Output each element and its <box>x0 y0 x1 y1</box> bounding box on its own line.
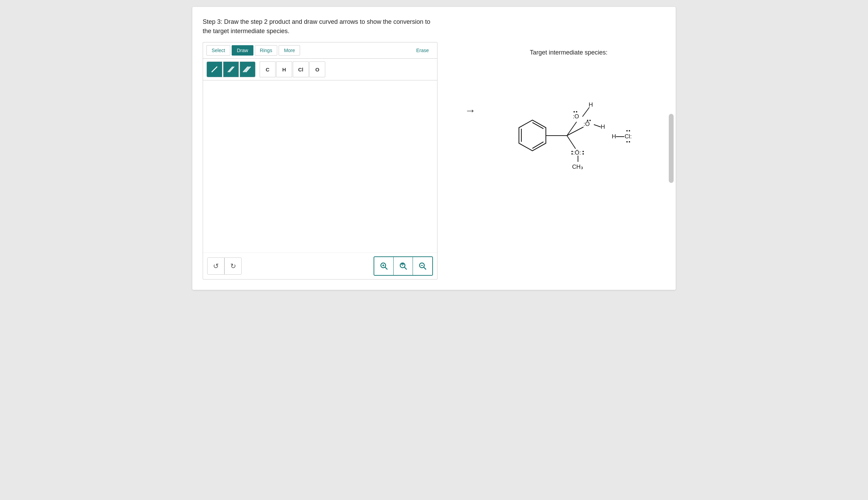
drawing-canvas[interactable] <box>203 80 437 253</box>
bond-atom-toolbar: C H Cl O <box>203 59 437 80</box>
svg-point-36 <box>571 153 573 155</box>
double-bond-button[interactable] <box>223 61 239 77</box>
zoom-in-button[interactable] <box>374 257 394 275</box>
svg-point-23 <box>573 111 575 112</box>
undo-icon: ↺ <box>213 262 219 270</box>
svg-text:H: H <box>612 133 616 140</box>
step-title: Step 3: Draw the step 2 product and draw… <box>203 17 437 36</box>
svg-point-44 <box>626 130 628 131</box>
hydrogen-atom-button[interactable]: H <box>276 61 292 77</box>
oxygen-atom-button[interactable]: O <box>309 61 325 77</box>
svg-point-47 <box>629 141 630 143</box>
svg-line-33 <box>567 136 576 149</box>
chlorine-atom-button[interactable]: Cl <box>293 61 309 77</box>
svg-text:H: H <box>601 124 605 130</box>
draw-tool-button[interactable]: Draw <box>232 45 253 56</box>
svg-point-29 <box>587 120 588 121</box>
scrollbar[interactable] <box>669 114 674 183</box>
svg-marker-16 <box>519 120 546 151</box>
svg-text::O: :O <box>573 113 579 120</box>
svg-line-31 <box>594 125 601 127</box>
right-panel: → Target intermediate species: :O H :Ö H <box>437 42 665 280</box>
svg-point-37 <box>582 151 584 152</box>
undo-redo-group: ↺ ↻ <box>207 257 242 275</box>
svg-point-35 <box>571 151 573 152</box>
svg-text::Ö: :Ö <box>584 121 590 127</box>
target-molecule-svg: :O H :Ö H :Ö: CH₃ H Cl: <box>491 63 646 180</box>
triple-bond-icon <box>242 65 253 73</box>
svg-line-7 <box>385 267 387 270</box>
redo-button[interactable]: ↻ <box>224 257 242 275</box>
svg-point-30 <box>589 120 591 121</box>
content-area: Select Draw Rings More Erase <box>203 42 665 280</box>
erase-tool-button[interactable]: Erase <box>411 46 434 55</box>
svg-point-24 <box>576 111 577 112</box>
svg-point-38 <box>582 153 584 155</box>
zoom-fit-button[interactable] <box>394 257 413 275</box>
zoom-in-icon <box>379 261 389 271</box>
svg-text:H: H <box>589 101 593 108</box>
svg-point-45 <box>629 130 630 131</box>
svg-text:Cl:: Cl: <box>625 133 632 140</box>
rings-tool-button[interactable]: Rings <box>255 45 278 56</box>
main-card: Step 3: Draw the step 2 product and draw… <box>192 7 676 290</box>
carbon-atom-button[interactable]: C <box>260 61 276 77</box>
svg-point-46 <box>626 141 628 143</box>
select-tool-button[interactable]: Select <box>206 45 230 56</box>
reaction-arrow: → <box>456 49 484 117</box>
svg-line-21 <box>567 122 577 136</box>
svg-line-11 <box>404 267 407 270</box>
svg-line-14 <box>424 267 426 270</box>
svg-text::Ö:: :Ö: <box>573 149 581 156</box>
left-panel: Select Draw Rings More Erase <box>203 42 437 280</box>
single-bond-button[interactable] <box>206 61 222 77</box>
zoom-controls-group <box>374 256 433 276</box>
zoom-out-button[interactable] <box>413 257 432 275</box>
bottom-controls: ↺ ↻ <box>203 253 437 279</box>
single-bond-icon <box>210 65 219 73</box>
zoom-out-icon <box>418 261 427 271</box>
svg-line-27 <box>567 127 584 136</box>
redo-icon: ↻ <box>230 262 236 270</box>
svg-text:CH₃: CH₃ <box>572 164 583 170</box>
svg-line-25 <box>582 107 589 117</box>
zoom-fit-icon <box>398 261 408 271</box>
main-toolbar: Select Draw Rings More Erase <box>203 42 437 59</box>
target-label: Target intermediate species: <box>530 49 607 56</box>
target-area: Target intermediate species: :O H :Ö H :… <box>484 49 646 180</box>
more-tool-button[interactable]: More <box>279 45 300 56</box>
svg-line-0 <box>212 67 217 72</box>
double-bond-icon <box>226 65 236 73</box>
triple-bond-button[interactable] <box>240 61 255 77</box>
undo-button[interactable]: ↺ <box>207 257 224 275</box>
